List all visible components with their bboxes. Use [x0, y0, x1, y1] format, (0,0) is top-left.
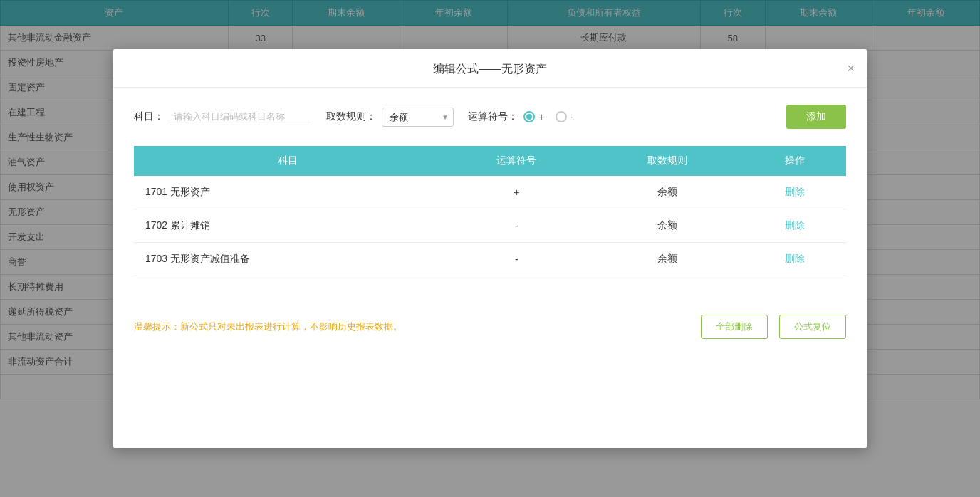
formula-table: 科目 运算符号 取数规则 操作 1701 无形资产+余额删除1702 累计摊销-… [134, 146, 846, 276]
cell-rule: 余额 [592, 243, 743, 276]
delete-row-button[interactable]: 删除 [785, 219, 805, 232]
modal-body: 科目： 取数规则： 余额 借方发生额 贷方发生额 ▼ 运算 [113, 88, 867, 315]
cell-subject: 1703 无形资产减值准备 [134, 243, 441, 276]
operator-label: 运算符号： [468, 110, 518, 123]
table-header-row: 科目 运算符号 取数规则 操作 [134, 146, 846, 176]
operator-plus-label: + [538, 111, 544, 122]
subject-field-group: 科目： [134, 108, 312, 125]
form-row: 科目： 取数规则： 余额 借方发生额 贷方发生额 ▼ 运算 [134, 105, 846, 129]
modal-footer: 温馨提示：新公式只对未出报表进行计算，不影响历史报表数据。 全部删除 公式复位 [113, 315, 867, 356]
cell-action: 删除 [743, 209, 846, 243]
cell-rule: 余额 [592, 209, 743, 243]
delete-row-button[interactable]: 删除 [785, 253, 805, 266]
footer-buttons: 全部删除 公式复位 [701, 315, 846, 339]
modal-overlay: 编辑公式——无形资产 × 科目： 取数规则： 余额 借方发生额 贷方发生额 [0, 0, 980, 497]
add-button[interactable]: 添加 [786, 105, 846, 129]
table-row: 1701 无形资产+余额删除 [134, 176, 846, 209]
rule-label: 取数规则： [326, 110, 376, 123]
subject-label: 科目： [134, 110, 164, 123]
operator-minus-item[interactable]: - [556, 111, 574, 122]
th-operator: 运算符号 [441, 146, 592, 176]
modal-header: 编辑公式——无形资产 × [113, 49, 867, 88]
cell-operator: - [441, 243, 592, 276]
table-row: 1703 无形资产减值准备-余额删除 [134, 243, 846, 276]
subject-input[interactable] [170, 108, 312, 125]
modal-dialog: 编辑公式——无形资产 × 科目： 取数规则： 余额 借方发生额 贷方发生额 [113, 49, 867, 448]
modal-close-button[interactable]: × [847, 62, 855, 75]
operator-field-group: 运算符号： + - [468, 110, 574, 123]
operator-plus-item[interactable]: + [523, 111, 544, 122]
rule-select[interactable]: 余额 借方发生额 贷方发生额 [382, 108, 454, 127]
th-rule: 取数规则 [592, 146, 743, 176]
th-subject: 科目 [134, 146, 441, 176]
modal-title: 编辑公式——无形资产 [433, 62, 547, 77]
radio-plus-circle [523, 111, 535, 122]
reset-formula-button[interactable]: 公式复位 [779, 315, 846, 339]
table-row: 1702 累计摊销-余额删除 [134, 209, 846, 243]
delete-row-button[interactable]: 删除 [785, 186, 805, 199]
rule-field-group: 取数规则： 余额 借方发生额 贷方发生额 ▼ [326, 108, 454, 127]
radio-minus-circle [556, 111, 567, 122]
footer-tip: 温馨提示：新公式只对未出报表进行计算，不影响历史报表数据。 [134, 320, 402, 333]
operator-minus-label: - [570, 111, 574, 122]
cell-operator: - [441, 209, 592, 243]
delete-all-button[interactable]: 全部删除 [701, 315, 768, 339]
cell-subject: 1701 无形资产 [134, 176, 441, 209]
rule-select-wrapper: 余额 借方发生额 贷方发生额 ▼ [382, 108, 454, 127]
cell-action: 删除 [743, 176, 846, 209]
cell-operator: + [441, 176, 592, 209]
cell-subject: 1702 累计摊销 [134, 209, 441, 243]
th-action: 操作 [743, 146, 846, 176]
operator-radio-group: + - [523, 111, 574, 122]
cell-rule: 余额 [592, 176, 743, 209]
cell-action: 删除 [743, 243, 846, 276]
